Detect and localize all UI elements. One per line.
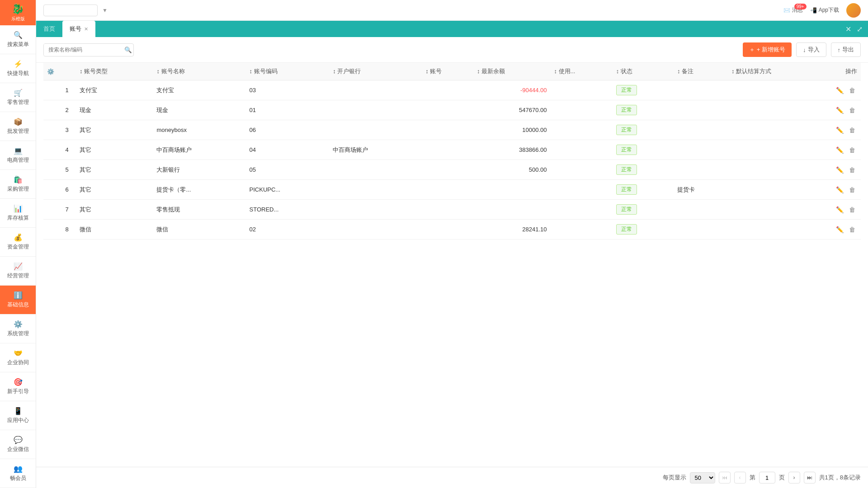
edit-button[interactable]: ✏️ xyxy=(834,106,845,115)
col-bank[interactable]: ↕ 开户银行 xyxy=(329,63,422,80)
account-search-input[interactable] xyxy=(44,44,121,56)
topbar-dropdown-arrow[interactable]: ▼ xyxy=(102,7,108,14)
row-balance: 383866.00 xyxy=(473,140,550,160)
tabbar: 首页 账号 ✕ ✕ ⤢ xyxy=(36,21,868,37)
col-balance[interactable]: ↕ 最新余额 xyxy=(473,63,550,80)
col-name[interactable]: ↕ 账号名称 xyxy=(153,63,245,80)
row-settlement xyxy=(728,180,830,200)
inventory-icon: 📊 xyxy=(14,204,23,213)
status-badge: 正常 xyxy=(616,145,637,155)
delete-button[interactable]: 🗑 xyxy=(847,145,857,155)
row-no: 4 xyxy=(58,140,76,160)
app-download-button[interactable]: 📲 App下载 xyxy=(810,6,839,14)
row-balance: 547670.00 xyxy=(473,100,550,120)
sidebar-item-agreement[interactable]: 🤝 企业协同 xyxy=(0,343,36,372)
table-row: 3 其它 moneybosx 06 10000.00 正常 ✏️ 🗑 xyxy=(43,120,861,140)
sidebar-item-appstore[interactable]: 📱 应用中心 xyxy=(0,401,36,430)
tab-account[interactable]: 账号 ✕ xyxy=(62,21,95,37)
first-page-button[interactable]: ⏮ xyxy=(719,472,731,483)
topbar-search-input[interactable] xyxy=(43,5,98,16)
edit-button[interactable]: ✏️ xyxy=(834,205,845,214)
row-bank xyxy=(329,160,422,180)
row-usage xyxy=(550,100,612,120)
export-button[interactable]: ↑ 导出 xyxy=(831,42,861,57)
edit-button[interactable]: ✏️ xyxy=(834,86,845,95)
col-account[interactable]: ↕ 账号 xyxy=(422,63,473,80)
sidebar-item-basic[interactable]: ℹ️ 基础信息 xyxy=(0,286,36,314)
system-icon: ⚙️ xyxy=(14,320,23,328)
sidebar-item-inventory[interactable]: 📊 库存核算 xyxy=(0,199,36,228)
row-name: 提货卡（零... xyxy=(153,180,245,200)
prev-page-button[interactable]: ‹ xyxy=(734,472,746,483)
delete-button[interactable]: 🗑 xyxy=(847,106,857,115)
col-type[interactable]: ↕ 账号类型 xyxy=(76,63,153,80)
delete-button[interactable]: 🗑 xyxy=(847,165,857,174)
sidebar-item-system[interactable]: ⚙️ 系统管理 xyxy=(0,314,36,343)
col-code[interactable]: ↕ 账号编码 xyxy=(246,63,330,80)
sidebar-item-quicknav[interactable]: ⚡ 快捷导航 xyxy=(0,54,36,83)
main-area: ▼ ✉️ 消息 99+ 📲 App下载 首页 账号 ✕ ✕ ⤢ xyxy=(36,0,868,488)
sidebar-item-wholesale[interactable]: 📦 批发管理 xyxy=(0,112,36,141)
sidebar-item-ecommerce[interactable]: 💻 电商管理 xyxy=(0,141,36,170)
delete-button[interactable]: 🗑 xyxy=(847,185,857,194)
col-notes[interactable]: ↕ 备注 xyxy=(674,63,728,80)
row-actions: ✏️ 🗑 xyxy=(830,120,861,140)
wholesale-icon: 📦 xyxy=(14,117,23,126)
page-number-input[interactable] xyxy=(759,472,775,483)
edit-button[interactable]: ✏️ xyxy=(834,145,845,155)
wechat-icon: 💬 xyxy=(14,436,23,444)
row-actions: ✏️ 🗑 xyxy=(830,200,861,220)
table-row: 7 其它 零售抵现 STORED... 正常 ✏️ 🗑 xyxy=(43,200,861,220)
delete-button[interactable]: 🗑 xyxy=(847,225,857,234)
sidebar-item-operations[interactable]: 📈 经营管理 xyxy=(0,257,36,286)
edit-button[interactable]: ✏️ xyxy=(834,185,845,194)
user-avatar[interactable] xyxy=(846,3,861,18)
sidebar-item-label: 搜索菜单 xyxy=(7,41,29,48)
delete-button[interactable]: 🗑 xyxy=(847,126,857,135)
row-status: 正常 xyxy=(613,180,674,200)
sidebar-item-member[interactable]: 👥 畅会员 xyxy=(0,459,36,488)
sidebar-item-purchase[interactable]: 🛍️ 采购管理 xyxy=(0,170,36,199)
row-name: 大新银行 xyxy=(153,160,245,180)
col-usage[interactable]: ↕ 使用... xyxy=(550,63,612,80)
basic-icon: ℹ️ xyxy=(14,291,23,300)
sidebar-item-search[interactable]: 🔍 搜索菜单 xyxy=(0,25,36,54)
tab-home[interactable]: 首页 xyxy=(36,21,62,37)
col-settlement[interactable]: ↕ 默认结算方式 xyxy=(728,63,830,80)
page-label-suffix: 页 xyxy=(779,474,785,482)
row-balance: 28241.10 xyxy=(473,220,550,239)
edit-button[interactable]: ✏️ xyxy=(834,225,845,234)
col-status[interactable]: ↕ 状态 xyxy=(613,63,674,80)
sidebar-item-finance[interactable]: 💰 资金管理 xyxy=(0,228,36,257)
tab-expand-button[interactable]: ⤢ xyxy=(855,24,864,34)
sidebar-item-label: 新手引导 xyxy=(7,388,29,395)
account-search-button[interactable]: 🔍 xyxy=(121,44,134,56)
row-status: 正常 xyxy=(613,100,674,120)
sidebar-item-label: 零售管理 xyxy=(7,99,29,106)
edit-button[interactable]: ✏️ xyxy=(834,126,845,135)
import-button[interactable]: ↓ 导入 xyxy=(796,42,826,57)
row-code: 01 xyxy=(246,100,330,120)
total-label: 共1页，8条记录 xyxy=(819,474,861,482)
col-settings[interactable]: ⚙️ xyxy=(43,63,58,80)
sidebar-item-retail[interactable]: 🛒 零售管理 xyxy=(0,83,36,112)
row-type: 微信 xyxy=(76,220,153,239)
last-page-button[interactable]: ⏭ xyxy=(804,472,816,483)
edit-button[interactable]: ✏️ xyxy=(834,165,845,174)
next-page-button[interactable]: › xyxy=(788,472,800,483)
row-settings-cell xyxy=(43,100,58,120)
row-account xyxy=(422,160,473,180)
col-status-label: ↕ 状态 xyxy=(616,68,632,75)
tab-account-close[interactable]: ✕ xyxy=(84,26,88,32)
tab-close-all-button[interactable]: ✕ xyxy=(844,24,853,34)
sidebar-item-guide[interactable]: 🎯 新手引导 xyxy=(0,372,36,401)
delete-button[interactable]: 🗑 xyxy=(847,205,857,214)
row-actions: ✏️ 🗑 xyxy=(830,80,861,100)
add-account-button[interactable]: ＋ + 新增账号 xyxy=(743,42,792,57)
page-size-select[interactable]: 50 100 200 xyxy=(690,472,715,483)
delete-button[interactable]: 🗑 xyxy=(847,86,857,95)
sidebar-item-wechat[interactable]: 💬 企业微信 xyxy=(0,430,36,459)
table-row: 8 微信 微信 02 28241.10 正常 ✏️ 🗑 xyxy=(43,220,861,239)
row-actions: ✏️ 🗑 xyxy=(830,100,861,120)
messages-button[interactable]: ✉️ 消息 99+ xyxy=(783,6,803,14)
